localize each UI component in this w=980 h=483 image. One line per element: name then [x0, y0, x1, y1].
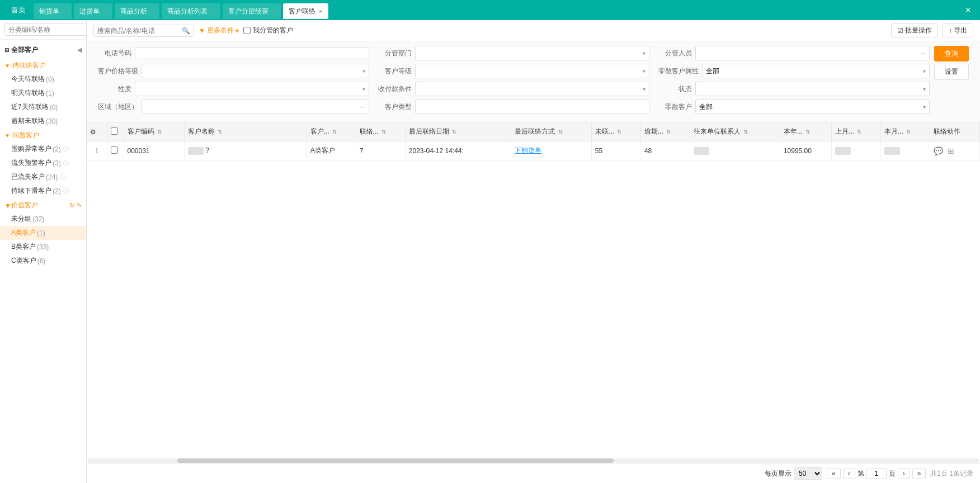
next-page-btn[interactable]: › [898, 468, 910, 479]
sidebar-item-lost[interactable]: 已流失客户 (24) ⓘ [0, 170, 86, 184]
query-button[interactable]: 查询 [934, 46, 969, 61]
nav-tab-3[interactable]: 商品分析列表 × [162, 3, 220, 19]
type-select[interactable] [415, 100, 649, 114]
th-checkbox[interactable] [107, 122, 124, 141]
last-page-btn[interactable]: » [912, 468, 926, 479]
scrollbar-thumb[interactable] [177, 458, 614, 463]
nav-tab-2[interactable]: 商品分析 × [115, 3, 159, 19]
grade-label: 客户等级 [378, 67, 412, 76]
info-icon-1: ⓘ [63, 145, 69, 153]
close-tab-1[interactable]: × [103, 8, 106, 15]
sidebar-item-b-class[interactable]: B类客户 (33) [0, 240, 86, 254]
price-grade-label: 客户价格等级 [98, 67, 138, 76]
filter-more-btn[interactable]: ▼ 更多条件 ▾ [199, 26, 239, 35]
sidebar-group-pending[interactable]: ▼ 待联络客户 [0, 58, 86, 72]
sidebar-content: ⊞ 全部客户 ◀ ▼ 待联络客户 今天待联络 (0) 明天待联络 (1) 近7天… [0, 40, 86, 483]
per-page-label: 每页显示 [765, 469, 791, 479]
horizontal-scrollbar[interactable] [87, 457, 980, 463]
customer-name[interactable]: ? [184, 141, 307, 160]
customer-level: A类客户 [307, 141, 356, 160]
sidebar-item-hoard[interactable]: 囤购异常客户 (2) ⓘ [0, 142, 86, 156]
main-layout: 🔍 ⊞ 全部客户 ◀ ▼ 待联络客户 今天待联络 (0) 明天待联络 (1) [0, 20, 980, 483]
customer-code: 000031 [124, 141, 184, 160]
row-checkbox[interactable] [111, 146, 118, 154]
filter-search-icon[interactable]: 🔍 [182, 27, 190, 35]
close-tab-4[interactable]: × [272, 8, 275, 15]
filter-my-customers[interactable]: 我分管的客户 [243, 26, 293, 35]
nav-tab-5[interactable]: 客户联络 × [283, 3, 328, 19]
th-settings[interactable]: ⚙ [87, 122, 107, 141]
sidebar-item-decline[interactable]: 持续下滑客户 (2) ⓘ [0, 184, 86, 198]
sidebar-search-input[interactable] [4, 23, 87, 36]
sidebar-group-problem[interactable]: ▼ 问题客户 [0, 128, 86, 142]
name-gray-box [188, 147, 204, 155]
contact-gray-box [694, 147, 709, 155]
select-all-checkbox[interactable] [111, 127, 118, 135]
sidebar-item-tomorrow[interactable]: 明天待联络 (1) [0, 86, 86, 100]
close-all-btn[interactable]: × [960, 4, 976, 16]
nav-tab-1[interactable]: 进货单 × [74, 3, 112, 19]
th-last-date: 最后联络日期 ⇅ [405, 122, 511, 141]
export-icon: ↑ [949, 27, 952, 35]
payment-select[interactable]: ▾ [415, 82, 649, 96]
scatter-select[interactable]: 全部 ▾ [695, 100, 930, 114]
batch-op-button[interactable]: ☑ 批量操作 [891, 23, 938, 37]
sidebar-item-a-class[interactable]: A类客户 (1) [0, 226, 86, 240]
prev-page-btn[interactable]: ‹ [843, 468, 855, 479]
sidebar-item-today[interactable]: 今天待联络 (0) [0, 72, 86, 86]
sidebar-item-overdue[interactable]: 逾期未联络 (30) [0, 114, 86, 128]
price-grade-select[interactable]: ▾ [142, 64, 369, 78]
nature-label: 性质 [98, 84, 131, 94]
page-total-label: 页 [889, 469, 896, 479]
top-nav: 首页 销货单 × 进货单 × 商品分析 × 商品分析列表 × 客户分层经营 × … [0, 0, 980, 20]
page-number-input[interactable] [866, 468, 887, 479]
refresh-icon[interactable]: ↻ [69, 202, 74, 209]
chat-icon[interactable]: 💬 [934, 146, 943, 155]
filter-cell-region: 区域（地区） ··· [93, 100, 374, 114]
close-tab-3[interactable]: × [211, 8, 214, 15]
chevron-down-icon-price: ▾ [362, 68, 365, 74]
filter-cell-type: 客户类型 [374, 100, 654, 114]
settings-button[interactable]: 设置 [934, 64, 969, 80]
sidebar-item-unclassified[interactable]: 未分组 (32) [0, 212, 86, 226]
region-select[interactable]: ··· [142, 100, 369, 114]
status-select[interactable]: ▾ [695, 82, 930, 96]
filter-search-input[interactable] [97, 27, 182, 35]
my-customers-checkbox[interactable] [243, 27, 251, 34]
nav-tab-0[interactable]: 销货单 × [34, 3, 72, 19]
status-label: 状态 [658, 84, 692, 94]
sort-icon-name: ⇅ [218, 129, 222, 135]
person-select[interactable]: ··· [695, 46, 930, 60]
close-tab-0[interactable]: × [63, 8, 66, 15]
collapse-sidebar-btn[interactable]: ◀ [77, 46, 82, 54]
link-icon[interactable]: ⊞ [948, 146, 954, 155]
th-code: 客户编码 ⇅ [124, 122, 184, 141]
close-tab-5[interactable]: × [319, 8, 322, 15]
export-button[interactable]: ↑ 导出 [943, 23, 973, 37]
row-checkbox-cell[interactable] [107, 141, 124, 160]
sidebar-item-warn[interactable]: 流失预警客户 (3) ⓘ [0, 156, 86, 170]
nav-tab-4[interactable]: 客户分层经营 × [223, 3, 281, 19]
sidebar-item-7days[interactable]: 近7天待联络 (0) [0, 100, 86, 114]
first-page-btn[interactable]: « [827, 468, 841, 479]
dept-select[interactable]: ▾ [415, 46, 649, 60]
settings-icon[interactable]: ⚙ [90, 128, 96, 136]
scatter-attr-select[interactable]: 全部 ▾ [702, 64, 930, 78]
nav-home[interactable]: 首页 [4, 0, 32, 20]
customer-table: ⚙ 客户编码 ⇅ 客户名称 ⇅ [87, 122, 980, 160]
this-month-gray-box [884, 147, 900, 155]
per-page-select[interactable]: 50 100 [794, 467, 822, 480]
sidebar-all-customers[interactable]: ⊞ 全部客户 ◀ [0, 42, 86, 58]
th-level: 客户... ⇅ [307, 122, 356, 141]
last-contact-method[interactable]: 下销货单 [511, 141, 591, 160]
edit-icon[interactable]: ✎ [77, 202, 82, 209]
nature-select[interactable]: ▾ [135, 82, 369, 96]
filter-cell-person: 分管人员 ··· [654, 46, 934, 60]
last-contact-date: 2023-04-12 14:44: [405, 141, 511, 160]
sidebar-group-value[interactable]: ▼ 价值客户 ↻ ✎ [0, 198, 86, 212]
phone-input[interactable] [135, 47, 369, 59]
grade-select[interactable]: ▾ [415, 64, 649, 78]
close-tab-2[interactable]: × [150, 8, 154, 15]
sidebar-item-c-class[interactable]: C类客户 (6) [0, 254, 86, 268]
phone-label: 电话号码 [98, 49, 131, 58]
